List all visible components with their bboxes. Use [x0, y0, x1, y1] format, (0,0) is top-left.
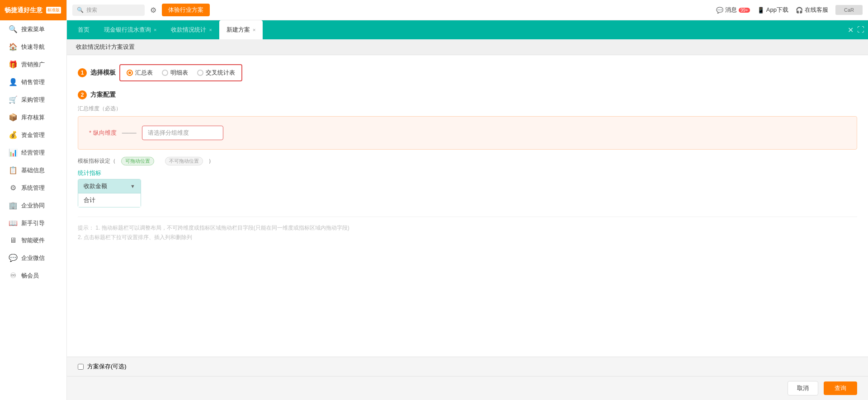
cancel-button[interactable]: 取消 — [788, 381, 818, 395]
sidebar-item-purchase[interactable]: 🛒采购管理 — [0, 91, 66, 108]
download-item[interactable]: 📱 App下载 — [757, 6, 788, 14]
sidebar-item-member[interactable]: ♾畅会员 — [0, 267, 66, 284]
settings-icon[interactable]: ⚙ — [150, 6, 156, 14]
tab-label: 现金银行流水查询 — [104, 26, 151, 34]
sidebar-item-label: 畅会员 — [21, 272, 39, 280]
step2-section: 2 方案配置 汇总维度（必选） * 纵向维度 —— 请选择分组维度 — [78, 90, 857, 241]
tab-new-plan[interactable]: 新建方案× — [219, 20, 263, 39]
logo-text: 畅捷通好生意 — [5, 6, 42, 14]
tab-cashflow[interactable]: 现金银行流水查询× — [97, 20, 164, 39]
sidebar: 畅捷通好生意 标准版 🔍搜索菜单🏠快速导航🎁营销推广👤销售管理🛒采购管理📦库存核… — [0, 0, 67, 400]
sidebar-item-quick-nav[interactable]: 🏠快速导航 — [0, 38, 66, 56]
sidebar-item-operation[interactable]: 📊经营管理 — [0, 144, 66, 161]
marketing-icon: 🎁 — [9, 60, 18, 69]
tab-close-icon[interactable]: × — [154, 27, 156, 33]
chevron-down-icon[interactable]: ▼ — [130, 184, 135, 189]
dimension-area: * 纵向维度 —— 请选择分组维度 — [78, 116, 857, 150]
tab-label: 首页 — [78, 26, 90, 34]
save-option-bar: 方案保存(可选) — [67, 357, 868, 376]
save-option-label: 方案保存(可选) — [87, 362, 127, 371]
template-radio-group: 汇总表 明细表 交叉统计表 — [119, 64, 242, 81]
message-label: 消息 — [725, 6, 737, 14]
trial-button[interactable]: 体验行业方案 — [162, 4, 210, 16]
sidebar-item-finance[interactable]: 💰资金管理 — [0, 126, 66, 144]
indicator-section: 模板指标设定（ 可拖动位置 不可拖动位置 ） 统计指标 收款金额 ▼ 合计 — [78, 157, 857, 207]
indicator-table: 收款金额 ▼ 合计 — [78, 179, 141, 207]
message-icon: 💬 — [716, 7, 723, 14]
save-checkbox[interactable] — [78, 364, 84, 370]
radio-detail-circle — [162, 70, 168, 76]
sidebar-item-guide[interactable]: 📖新手引导 — [0, 214, 66, 232]
main-area: 🔍 搜索 ⚙ 体验行业方案 💬 消息 99+ 📱 App下载 🎧 在线客服 Ca… — [67, 0, 868, 400]
service-item[interactable]: 🎧 在线客服 — [796, 6, 828, 14]
dimension-select[interactable]: 请选择分组维度 — [142, 126, 223, 140]
dimension-required-label: 汇总维度（必选） — [78, 105, 857, 113]
quick-nav-icon: 🏠 — [9, 42, 18, 51]
sidebar-item-enterprise[interactable]: 🏢企业协同 — [0, 197, 66, 214]
tips-section: 提示： 1. 拖动标题栏可以调整布局，不可跨维度或指标区域拖动栏目字段(只能在同… — [78, 216, 857, 241]
hardware-icon: 🖥 — [9, 236, 18, 245]
movable-badge: 可拖动位置 — [121, 157, 154, 165]
radio-cross-circle — [197, 70, 203, 76]
sidebar-item-inventory[interactable]: 📦库存核算 — [0, 108, 66, 126]
dimension-row: * 纵向维度 —— 请选择分组维度 — [89, 126, 846, 140]
sidebar-item-label: 企业协同 — [21, 202, 45, 210]
step2-number: 2 — [78, 90, 87, 99]
sidebar-item-hardware[interactable]: 🖥智能硬件 — [0, 232, 66, 249]
tab-close-icon[interactable]: × — [253, 27, 255, 33]
radio-summary[interactable]: 汇总表 — [127, 69, 153, 77]
tab-close-icon[interactable]: × — [209, 27, 212, 33]
member-icon: ♾ — [9, 271, 18, 280]
radio-detail[interactable]: 明细表 — [162, 69, 188, 77]
unmovable-badge: 不可拖动位置 — [165, 157, 203, 165]
sidebar-item-wechat[interactable]: 💬企业微信 — [0, 249, 66, 267]
step1-label: 选择模板 — [90, 69, 116, 77]
search-bar[interactable]: 🔍 搜索 — [72, 5, 145, 16]
radio-summary-label: 汇总表 — [135, 69, 153, 77]
stat-indicator-label: 统计指标 — [78, 169, 857, 177]
sidebar-item-label: 基础信息 — [21, 166, 45, 174]
sidebar-item-system[interactable]: ⚙系统管理 — [0, 179, 66, 197]
enterprise-icon: 🏢 — [9, 201, 18, 210]
base-info-icon: 📋 — [9, 166, 18, 174]
sidebar-item-base-info[interactable]: 📋基础信息 — [0, 161, 66, 179]
finance-icon: 💰 — [9, 131, 18, 139]
indicator-table-header[interactable]: 收款金额 ▼ — [78, 179, 141, 193]
sidebar-item-label: 智能硬件 — [21, 236, 45, 245]
page-title-bar: 收款情况统计方案设置 — [67, 39, 868, 55]
sidebar-item-marketing[interactable]: 🎁营销推广 — [0, 56, 66, 73]
user-avatar[interactable]: CaR — [835, 5, 863, 15]
sidebar-item-label: 新手引导 — [21, 219, 45, 227]
message-item[interactable]: 💬 消息 99+ — [716, 6, 750, 14]
query-button[interactable]: 查询 — [824, 381, 857, 395]
download-label: App下载 — [766, 6, 788, 14]
tab-label: 新建方案 — [226, 26, 250, 34]
purchase-icon: 🛒 — [9, 95, 18, 104]
page-content: 收款情况统计方案设置 1 选择模板 汇总表 明细表 — [67, 39, 868, 376]
tab-bar-right: ✕ ⛶ — [848, 26, 864, 34]
tab-collection[interactable]: 收款情况统计× — [164, 20, 219, 39]
sidebar-item-label: 系统管理 — [21, 184, 45, 192]
search-placeholder: 搜索 — [86, 6, 97, 14]
search-menu-icon: 🔍 — [9, 25, 18, 33]
indicator-table-cell: 合计 — [78, 193, 141, 207]
tab-home[interactable]: 首页 — [71, 20, 97, 39]
dimension-arrow-icon: —— — [122, 129, 137, 137]
service-icon: 🎧 — [796, 7, 803, 14]
close-window-icon[interactable]: ✕ — [848, 26, 854, 34]
tip-1: 提示： 1. 拖动标题栏可以调整布局，不可跨维度或指标区域拖动栏目字段(只能在同… — [78, 224, 857, 232]
maximize-icon[interactable]: ⛶ — [857, 26, 864, 34]
search-icon: 🔍 — [77, 7, 84, 13]
sidebar-item-label: 企业微信 — [21, 254, 45, 262]
inventory-icon: 📦 — [9, 113, 18, 122]
radio-cross[interactable]: 交叉统计表 — [197, 69, 235, 77]
form-area: 1 选择模板 汇总表 明细表 交叉统计表 — [67, 55, 868, 357]
sidebar-item-search-menu[interactable]: 🔍搜索菜单 — [0, 20, 66, 38]
sidebar-item-sales[interactable]: 👤销售管理 — [0, 73, 66, 91]
dimension-section: 汇总维度（必选） * 纵向维度 —— 请选择分组维度 — [78, 105, 857, 150]
step2-label: 方案配置 — [90, 91, 116, 99]
operation-icon: 📊 — [9, 148, 18, 157]
step2-header: 2 方案配置 — [78, 90, 857, 99]
footer-bar: 取消 查询 — [67, 376, 868, 400]
radio-detail-label: 明细表 — [170, 69, 188, 77]
